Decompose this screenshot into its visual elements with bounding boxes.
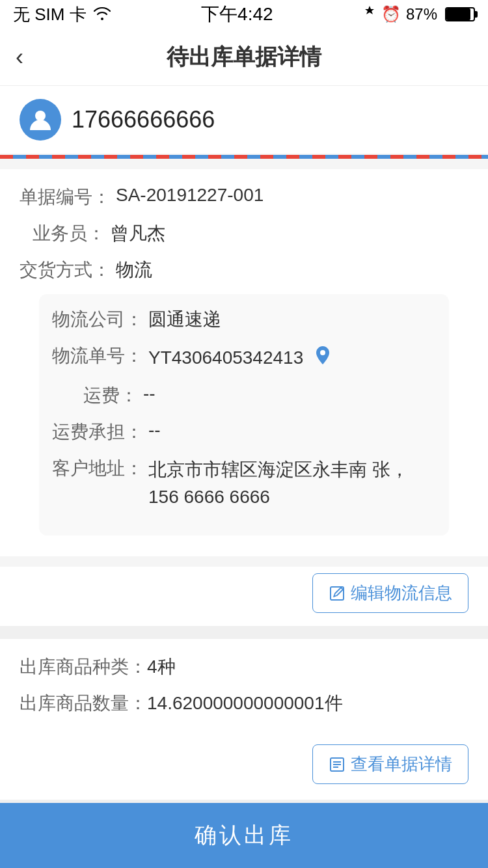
edit-btn-label: 编辑物流信息 xyxy=(351,582,452,604)
user-header: 17666666666 xyxy=(0,86,488,154)
product-section: 出库商品种类： 4种 出库商品数量： 14.620000000000001件 xyxy=(0,639,488,738)
delivery-label: 交货方式： xyxy=(20,258,116,282)
product-quantity-row: 出库商品数量： 14.620000000000001件 xyxy=(20,691,468,716)
logistics-tracking-label: 物流单号： xyxy=(52,344,148,368)
page-title: 待出库单据详情 xyxy=(167,42,321,72)
confirm-outbound-button[interactable]: 确认出库 xyxy=(0,803,488,868)
section-divider-1 xyxy=(0,626,488,639)
logistics-card: 物流公司： 圆通速递 物流单号： YT4306405342413 xyxy=(39,294,449,536)
nav-bar: ‹ 待出库单据详情 xyxy=(0,29,488,86)
map-pin-icon[interactable] xyxy=(311,344,334,372)
address-value: 北京市市辖区海淀区永丰南 张，156 6666 6666 xyxy=(148,456,436,511)
staff-row: 业务员： 曾凡杰 xyxy=(20,221,468,246)
edit-logistics-button[interactable]: 编辑物流信息 xyxy=(312,573,468,613)
alarm-icon: ⏰ xyxy=(381,5,401,23)
freight-bearer-value: -- xyxy=(148,420,436,441)
battery-icon xyxy=(445,7,475,21)
avatar xyxy=(20,99,61,141)
user-phone: 17666666666 xyxy=(72,106,215,133)
logistics-company-label: 物流公司： xyxy=(52,307,148,332)
product-quantity-value: 14.620000000000001件 xyxy=(147,691,343,716)
delivery-value: 物流 xyxy=(116,258,468,282)
carrier-label: 无 SIM 卡 xyxy=(13,3,87,26)
edit-icon xyxy=(329,585,346,602)
status-bar: 无 SIM 卡 下午4:42 ⏰ 87% xyxy=(0,0,488,29)
tracking-number-text: YT4306405342413 xyxy=(148,347,303,368)
view-detail-button[interactable]: 查看单据详情 xyxy=(312,744,468,784)
product-type-value: 4种 xyxy=(147,655,176,679)
staff-label: 业务员： xyxy=(20,221,111,246)
staff-value: 曾凡杰 xyxy=(111,221,468,246)
edit-btn-row: 编辑物流信息 xyxy=(0,567,488,626)
status-time: 下午4:42 xyxy=(201,2,273,27)
freight-value: -- xyxy=(143,383,436,404)
location-status-icon xyxy=(363,5,376,23)
dashed-separator xyxy=(0,155,488,159)
document-number-value: SA-20191227-001 xyxy=(116,185,468,206)
list-icon xyxy=(329,756,346,773)
product-type-label: 出库商品种类： xyxy=(20,655,147,679)
freight-bearer-label: 运费承担： xyxy=(52,420,148,444)
logistics-tracking-row: 物流单号： YT4306405342413 xyxy=(52,344,436,372)
view-btn-row: 查看单据详情 xyxy=(0,738,488,800)
back-button[interactable]: ‹ xyxy=(16,44,23,71)
address-row: 客户地址： 北京市市辖区海淀区永丰南 张，156 6666 6666 xyxy=(52,456,436,511)
svg-point-2 xyxy=(320,350,325,355)
logistics-tracking-value: YT4306405342413 xyxy=(148,344,436,372)
document-number-row: 单据编号： SA-20191227-001 xyxy=(20,185,468,210)
document-number-label: 单据编号： xyxy=(20,185,116,210)
address-label: 客户地址： xyxy=(52,456,148,481)
product-quantity-label: 出库商品数量： xyxy=(20,691,147,716)
logistics-company-row: 物流公司： 圆通速递 xyxy=(52,307,436,332)
freight-label: 运费： xyxy=(52,383,143,408)
status-left: 无 SIM 卡 xyxy=(13,3,111,26)
svg-point-0 xyxy=(35,111,46,121)
battery-percent: 87% xyxy=(406,5,437,23)
freight-row: 运费： -- xyxy=(52,383,436,408)
wifi-icon xyxy=(93,5,111,25)
product-type-row: 出库商品种类： 4种 xyxy=(20,655,468,679)
view-btn-label: 查看单据详情 xyxy=(351,753,452,776)
logistics-company-value: 圆通速递 xyxy=(148,307,436,332)
document-info-section: 单据编号： SA-20191227-001 业务员： 曾凡杰 交货方式： 物流 … xyxy=(0,169,488,556)
delivery-row: 交货方式： 物流 xyxy=(20,258,468,282)
freight-bearer-row: 运费承担： -- xyxy=(52,420,436,444)
user-icon xyxy=(27,107,53,133)
confirm-btn-label: 确认出库 xyxy=(195,821,293,850)
status-right: ⏰ 87% xyxy=(363,5,475,23)
